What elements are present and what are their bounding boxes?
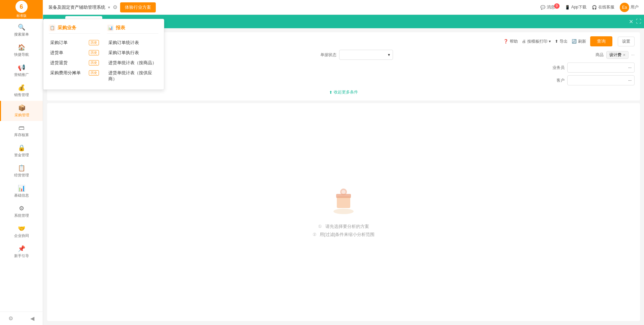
purchase-expense-badge: 历史 [89,70,99,76]
incoming-order-badge: 历史 [89,50,99,55]
purchase-order-badge: 历史 [89,40,99,45]
purchase-section-icon: 📋 [49,25,56,31]
incoming-return-badge: 历史 [89,60,99,66]
purchase-dropdown-menu: 📋 采购业务 采购订单 历史 进货单 历史 进货退货 历史 采购费用分摊单 历史… [43,19,164,90]
menu-item-incoming-stats-by-supplier[interactable]: 进货单统计表（按供应商） [107,68,158,84]
report-section-icon: 📊 [107,25,114,31]
menu-item-purchase-order-stats[interactable]: 采购订单统计表 [107,38,158,48]
purchase-business-section: 📋 采购业务 采购订单 历史 进货单 历史 进货退货 历史 采购费用分摊单 历史 [49,25,100,84]
menu-item-purchase-expense[interactable]: 采购费用分摊单 历史 [49,68,100,78]
menu-item-incoming-return[interactable]: 进货退货 历史 [49,58,100,68]
purchase-section-title: 📋 采购业务 [49,25,100,34]
menu-item-incoming-stats-by-goods[interactable]: 进货单统计表（按商品） [107,58,158,68]
menu-item-purchase-order-exec[interactable]: 采购订单执行表 [107,48,158,58]
report-section-title: 📊 报表 [107,25,158,34]
menu-item-incoming-order[interactable]: 进货单 历史 [49,48,100,58]
report-section: 📊 报表 采购订单统计表 采购订单执行表 进货单统计表（按商品） 进货单统计表（… [107,25,158,84]
menu-item-purchase-order[interactable]: 采购订单 历史 [49,38,100,48]
